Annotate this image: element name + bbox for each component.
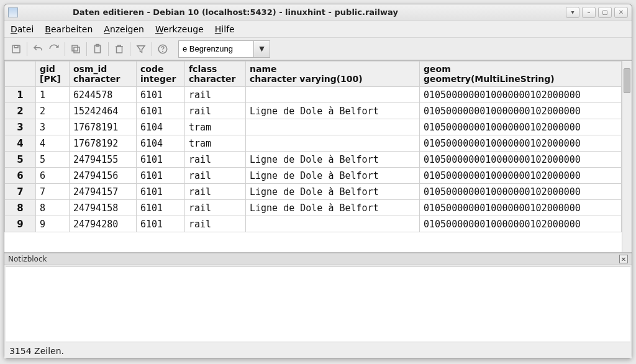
cell-osmid[interactable]: 17678192	[70, 135, 137, 152]
shade-button[interactable]: –	[582, 7, 596, 18]
row-number[interactable]: 3	[5, 119, 36, 135]
cell-osmid[interactable]: 24794155	[70, 152, 137, 168]
cell-geom[interactable]: 0105000000010000000102000000	[420, 184, 622, 200]
table-row[interactable]: 66247941566101railLigne de Dole à Belfor…	[5, 168, 622, 184]
save-icon[interactable]	[8, 41, 24, 57]
cell-name[interactable]	[246, 119, 420, 135]
cell-geom[interactable]: 0105000000010000000102000000	[420, 216, 622, 232]
minimize-button[interactable]: ▾	[566, 7, 579, 18]
titlebar[interactable]: Daten editieren - Debian 10 (localhost:5…	[4, 4, 632, 20]
data-grid[interactable]: gid[PK] osm_idcharacter codeinteger fcla…	[4, 61, 622, 232]
scratchpad-close-icon[interactable]: ✕	[619, 255, 628, 263]
row-number[interactable]: 7	[5, 184, 36, 200]
table-row[interactable]: 1162445786101rail01050000000100000001020…	[5, 87, 622, 103]
scratchpad-area[interactable]	[6, 266, 630, 342]
col-geom[interactable]: geomgeometry(MultiLineString)	[420, 61, 622, 87]
cell-gid[interactable]: 3	[36, 119, 70, 135]
menu-tools[interactable]: Werkzeuge	[155, 24, 204, 34]
cell-name[interactable]: Ligne de Dole à Belfort	[246, 200, 420, 216]
row-number[interactable]: 2	[5, 103, 36, 119]
cell-geom[interactable]: 0105000000010000000102000000	[420, 152, 622, 168]
cell-name[interactable]: Ligne de Dole à Belfort	[246, 184, 420, 200]
scrollbar-thumb[interactable]	[624, 68, 630, 93]
refresh-icon[interactable]	[46, 41, 62, 57]
delete-icon[interactable]	[111, 41, 127, 57]
cell-gid[interactable]: 9	[36, 216, 70, 232]
cell-gid[interactable]: 5	[36, 152, 70, 168]
table-row[interactable]: 22152424646101railLigne de Dole à Belfor…	[5, 103, 622, 119]
cell-geom[interactable]: 0105000000010000000102000000	[420, 119, 622, 135]
cell-fclass[interactable]: tram	[185, 135, 246, 152]
col-fclass[interactable]: fclasscharacter	[185, 61, 246, 87]
cell-osmid[interactable]: 24794156	[70, 168, 137, 184]
cell-name[interactable]	[246, 216, 420, 232]
table-row[interactable]: 88247941586101railLigne de Dole à Belfor…	[5, 200, 622, 216]
cell-name[interactable]: Ligne de Dole à Belfort	[246, 152, 420, 168]
cell-name[interactable]	[246, 87, 420, 103]
cell-gid[interactable]: 7	[36, 184, 70, 200]
row-number[interactable]: 4	[5, 135, 36, 152]
col-osmid[interactable]: osm_idcharacter	[70, 61, 137, 87]
help-icon[interactable]	[155, 41, 171, 57]
cell-fclass[interactable]: rail	[185, 168, 246, 184]
cell-osmid[interactable]: 6244578	[70, 87, 137, 103]
cell-code[interactable]: 6101	[137, 184, 185, 200]
chevron-down-icon[interactable]: ▼	[253, 41, 270, 57]
table-row[interactable]: 33176781916104tram0105000000010000000102…	[5, 119, 622, 135]
cell-osmid[interactable]: 17678191	[70, 119, 137, 135]
cell-osmid[interactable]: 15242464	[70, 103, 137, 119]
cell-fclass[interactable]: rail	[185, 103, 246, 119]
cell-code[interactable]: 6101	[137, 168, 185, 184]
row-number[interactable]: 6	[5, 168, 36, 184]
cell-fclass[interactable]: rail	[185, 216, 246, 232]
table-row[interactable]: 77247941576101railLigne de Dole à Belfor…	[5, 184, 622, 200]
undo-icon[interactable]	[30, 41, 46, 57]
scratchpad-header[interactable]: Notizblock ✕	[4, 253, 632, 265]
menu-view[interactable]: Anzeigen	[104, 24, 144, 34]
cell-code[interactable]: 6104	[137, 119, 185, 135]
close-button[interactable]: ✕	[614, 7, 628, 18]
row-number[interactable]: 5	[5, 152, 36, 168]
table-row[interactable]: 99247942806101rail0105000000010000000102…	[5, 216, 622, 232]
cell-code[interactable]: 6101	[137, 200, 185, 216]
cell-name[interactable]	[246, 135, 420, 152]
cell-geom[interactable]: 0105000000010000000102000000	[420, 200, 622, 216]
row-number[interactable]: 9	[5, 216, 36, 232]
menu-help[interactable]: Hilfe	[215, 24, 235, 34]
cell-geom[interactable]: 0105000000010000000102000000	[420, 135, 622, 152]
cell-gid[interactable]: 2	[36, 103, 70, 119]
row-limit-input[interactable]	[179, 41, 253, 57]
cell-gid[interactable]: 8	[36, 200, 70, 216]
row-limit-combo[interactable]: ▼	[178, 40, 270, 58]
cell-fclass[interactable]: rail	[185, 184, 246, 200]
menu-edit[interactable]: Bearbeiten	[45, 24, 93, 34]
cell-code[interactable]: 6104	[137, 135, 185, 152]
cell-fclass[interactable]: tram	[185, 119, 246, 135]
cell-geom[interactable]: 0105000000010000000102000000	[420, 87, 622, 103]
table-row[interactable]: 55247941556101railLigne de Dole à Belfor…	[5, 152, 622, 168]
cell-osmid[interactable]: 24794280	[70, 216, 137, 232]
cell-code[interactable]: 6101	[137, 152, 185, 168]
cell-code[interactable]: 6101	[137, 103, 185, 119]
col-code[interactable]: codeinteger	[137, 61, 185, 87]
col-name[interactable]: namecharacter varying(100)	[246, 61, 420, 87]
cell-osmid[interactable]: 24794158	[70, 200, 137, 216]
cell-gid[interactable]: 4	[36, 135, 70, 152]
corner-cell[interactable]	[5, 61, 36, 87]
cell-geom[interactable]: 0105000000010000000102000000	[420, 103, 622, 119]
cell-geom[interactable]: 0105000000010000000102000000	[420, 168, 622, 184]
row-number[interactable]: 8	[5, 200, 36, 216]
menu-file[interactable]: Datei	[11, 24, 34, 34]
col-gid[interactable]: gid[PK]	[36, 61, 70, 87]
filter-icon[interactable]	[133, 41, 149, 57]
cell-gid[interactable]: 1	[36, 87, 70, 103]
maximize-button[interactable]: ▢	[598, 7, 612, 18]
cell-name[interactable]: Ligne de Dole à Belfort	[246, 103, 420, 119]
cell-code[interactable]: 6101	[137, 216, 185, 232]
cell-gid[interactable]: 6	[36, 168, 70, 184]
cell-fclass[interactable]: rail	[185, 200, 246, 216]
table-row[interactable]: 44176781926104tram0105000000010000000102…	[5, 135, 622, 152]
cell-code[interactable]: 6101	[137, 87, 185, 103]
cell-fclass[interactable]: rail	[185, 152, 246, 168]
cell-osmid[interactable]: 24794157	[70, 184, 137, 200]
